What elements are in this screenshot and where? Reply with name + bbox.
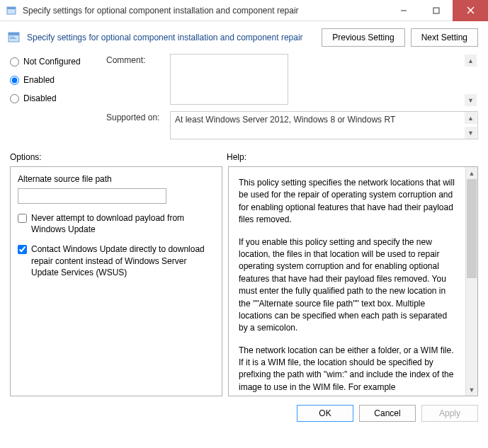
svg-rect-9	[10, 38, 16, 39]
previous-setting-button[interactable]: Previous Setting	[322, 28, 404, 47]
close-button[interactable]	[453, 0, 488, 21]
help-panel: This policy setting specifies the networ…	[228, 166, 478, 396]
scrollbar-thumb[interactable]	[467, 179, 477, 278]
radio-not-configured-label: Not Configured	[23, 57, 81, 67]
header-title: Specify settings for optional component …	[27, 33, 316, 42]
scroll-down-icon[interactable]: ▼	[466, 384, 477, 396]
comment-textarea[interactable]	[170, 54, 288, 105]
radio-enabled-input[interactable]	[10, 76, 19, 85]
options-panel: Alternate source file path Never attempt…	[10, 166, 222, 396]
radio-disabled[interactable]: Disabled	[10, 93, 95, 103]
help-scrollbar[interactable]: ▲ ▼	[465, 167, 477, 396]
help-paragraph: The network location can be either a fol…	[239, 345, 458, 396]
minimize-button[interactable]	[387, 0, 420, 21]
titlebar: Specify settings for optional component …	[0, 0, 488, 21]
svg-rect-8	[10, 37, 15, 38]
supported-label: Supported on:	[106, 111, 170, 122]
help-paragraph: This policy setting specifies the networ…	[239, 177, 458, 226]
contact-wu-label: Contact Windows Update directly to downl…	[31, 243, 215, 278]
radio-not-configured-input[interactable]	[10, 57, 19, 67]
scroll-up-icon[interactable]: ▲	[466, 167, 477, 179]
comment-label: Comment:	[106, 54, 170, 65]
scroll-down-icon[interactable]: ▼	[465, 94, 477, 106]
help-section-label: Help:	[227, 152, 478, 162]
help-text: This policy setting specifies the networ…	[229, 167, 465, 396]
options-section-label: Options:	[10, 152, 227, 162]
svg-rect-3	[433, 8, 439, 13]
supported-on-box: At least Windows Server 2012, Windows 8 …	[170, 111, 478, 139]
radio-disabled-input[interactable]	[10, 94, 19, 103]
cancel-button[interactable]: Cancel	[359, 405, 416, 422]
svg-rect-1	[7, 7, 16, 9]
radio-enabled-label: Enabled	[23, 75, 55, 85]
radio-not-configured[interactable]: Not Configured	[10, 57, 95, 67]
policy-icon	[6, 5, 17, 16]
never-download-label: Never attempt to download payload from W…	[31, 212, 215, 235]
maximize-button[interactable]	[420, 0, 453, 21]
alt-path-input[interactable]	[18, 188, 166, 204]
scroll-up-icon[interactable]: ▲	[465, 112, 477, 124]
apply-button[interactable]: Apply	[421, 405, 478, 422]
scroll-up-icon[interactable]: ▲	[465, 54, 477, 67]
radio-disabled-label: Disabled	[23, 93, 57, 103]
header-row: Specify settings for optional component …	[0, 21, 488, 54]
radio-enabled[interactable]: Enabled	[10, 75, 95, 85]
next-setting-button[interactable]: Next Setting	[411, 28, 478, 47]
help-paragraph: If you enable this policy setting and sp…	[239, 236, 458, 335]
svg-rect-7	[8, 33, 19, 35]
never-download-checkbox[interactable]	[18, 214, 27, 223]
alt-path-label: Alternate source file path	[18, 174, 215, 184]
supported-on-text: At least Windows Server 2012, Windows 8 …	[175, 115, 395, 125]
window-title: Specify settings for optional component …	[23, 6, 387, 16]
ok-button[interactable]: OK	[297, 405, 353, 422]
contact-wu-checkbox[interactable]	[18, 245, 27, 254]
policy-icon	[7, 30, 21, 45]
scroll-down-icon[interactable]: ▼	[465, 127, 477, 139]
